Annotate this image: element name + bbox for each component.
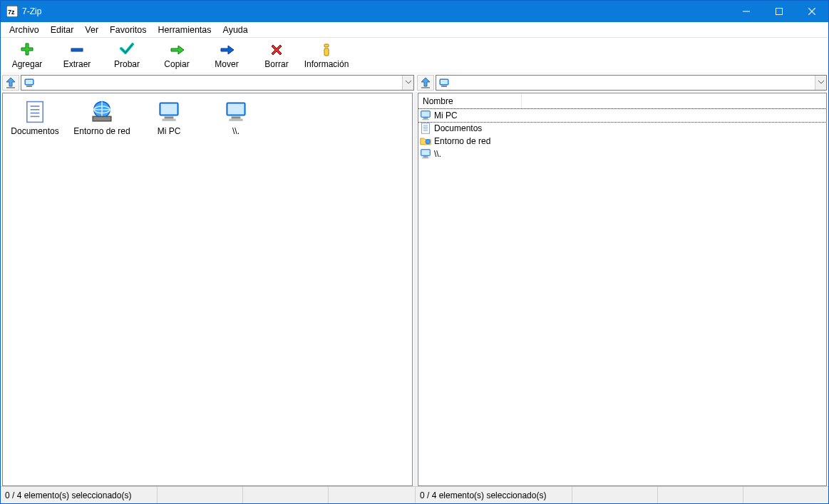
menu-herramientas[interactable]: Herramientas bbox=[153, 24, 217, 36]
menu-ver[interactable]: Ver bbox=[79, 24, 104, 36]
toolbar: Agregar Extraer Probar Copiar Mover Borr… bbox=[1, 38, 828, 73]
address-input-right[interactable] bbox=[452, 76, 815, 90]
computer-mini-icon bbox=[24, 78, 34, 88]
icon-item[interactable]: Entorno de red bbox=[71, 98, 133, 139]
svg-text:7z: 7z bbox=[8, 9, 15, 16]
document-icon bbox=[24, 101, 46, 123]
computer-mini-icon bbox=[439, 78, 449, 88]
address-combo-right[interactable] bbox=[436, 75, 827, 91]
app-window: 7z 7-Zip Archivo Editar Ver Favoritos He… bbox=[0, 0, 829, 504]
minus-icon bbox=[70, 42, 84, 58]
toolbar-move[interactable]: Mover bbox=[202, 41, 252, 71]
list-row[interactable]: Mi PC bbox=[418, 109, 826, 122]
toolbar-delete[interactable]: Borrar bbox=[252, 41, 302, 71]
title-bar[interactable]: 7z 7-Zip bbox=[1, 1, 828, 22]
status-right-text: 0 / 4 elemento(s) seleccionado(s) bbox=[416, 487, 572, 503]
menu-editar[interactable]: Editar bbox=[45, 24, 80, 36]
up-button-left[interactable] bbox=[2, 75, 19, 91]
toolbar-extract-label: Extraer bbox=[63, 59, 91, 69]
icon-item-label: \\. bbox=[232, 126, 240, 136]
toolbar-test-label: Probar bbox=[114, 59, 140, 69]
toolbar-add-label: Agregar bbox=[12, 59, 43, 69]
icon-item[interactable]: Documentos bbox=[4, 98, 66, 139]
computer-icon bbox=[420, 110, 431, 121]
network-folder-icon bbox=[420, 135, 431, 147]
menu-bar: Archivo Editar Ver Favoritos Herramienta… bbox=[1, 22, 828, 38]
icon-item[interactable]: \\. bbox=[205, 98, 267, 139]
menu-favoritos[interactable]: Favoritos bbox=[104, 24, 152, 36]
icon-item[interactable]: Mi PC bbox=[138, 98, 200, 139]
list-row-label: Mi PC bbox=[434, 110, 458, 120]
app-icon: 7z bbox=[6, 6, 18, 17]
list-row[interactable]: Documentos bbox=[418, 122, 826, 135]
menu-archivo[interactable]: Archivo bbox=[4, 24, 45, 36]
maximize-button[interactable] bbox=[763, 1, 795, 22]
status-left-text: 0 / 4 elemento(s) seleccionado(s) bbox=[1, 487, 158, 503]
toolbar-info[interactable]: Información bbox=[302, 41, 351, 71]
column-header-nombre[interactable]: Nombre bbox=[418, 93, 522, 108]
status-bar: 0 / 4 elemento(s) seleccionado(s) 0 / 4 … bbox=[1, 486, 828, 503]
address-pane-left bbox=[1, 73, 416, 92]
close-button[interactable] bbox=[795, 1, 828, 22]
main-area: DocumentosEntorno de redMi PC\\. Nombre … bbox=[1, 92, 828, 486]
toolbar-delete-label: Borrar bbox=[264, 59, 288, 69]
icon-item-label: Documentos bbox=[11, 126, 58, 136]
plus-icon bbox=[20, 42, 34, 58]
address-input-left[interactable] bbox=[37, 76, 402, 90]
list-row-label: \\. bbox=[434, 149, 441, 159]
window-title: 7-Zip bbox=[22, 6, 41, 16]
chevron-down-icon[interactable] bbox=[402, 76, 413, 90]
up-button-right[interactable] bbox=[417, 75, 434, 91]
toolbar-test[interactable]: Probar bbox=[102, 41, 152, 71]
cross-icon bbox=[269, 42, 284, 58]
computer-icon bbox=[420, 148, 431, 160]
chevron-down-icon[interactable] bbox=[815, 76, 826, 90]
toolbar-extract[interactable]: Extraer bbox=[52, 41, 102, 71]
menu-ayuda[interactable]: Ayuda bbox=[217, 24, 254, 36]
computer-icon bbox=[225, 101, 247, 123]
computer-icon bbox=[158, 101, 180, 123]
toolbar-add[interactable]: Agregar bbox=[2, 41, 52, 71]
info-icon bbox=[319, 42, 334, 58]
status-left: 0 / 4 elemento(s) seleccionado(s) bbox=[1, 487, 416, 503]
arrow-right-blue-icon bbox=[220, 42, 234, 58]
minimize-button[interactable] bbox=[730, 1, 763, 22]
check-icon bbox=[120, 42, 134, 58]
document-icon bbox=[420, 123, 431, 134]
list-row[interactable]: \\. bbox=[418, 148, 826, 160]
status-right: 0 / 4 elemento(s) seleccionado(s) bbox=[416, 487, 828, 503]
arrow-right-green-icon bbox=[170, 42, 184, 58]
pane-right[interactable]: Nombre Mi PCDocumentosEntorno de red\\. bbox=[418, 93, 827, 486]
icon-item-label: Entorno de red bbox=[73, 126, 130, 136]
svg-rect-23 bbox=[776, 9, 783, 15]
toolbar-copy-label: Copiar bbox=[164, 59, 189, 69]
address-row bbox=[1, 73, 828, 92]
list-row-label: Entorno de red bbox=[434, 136, 490, 146]
list-header: Nombre bbox=[418, 93, 826, 109]
pane-left[interactable]: DocumentosEntorno de redMi PC\\. bbox=[2, 93, 413, 486]
list-row-label: Documentos bbox=[434, 123, 482, 133]
list-row[interactable]: Entorno de red bbox=[418, 135, 826, 148]
toolbar-info-label: Información bbox=[304, 59, 349, 69]
toolbar-move-label: Mover bbox=[215, 59, 238, 69]
network-globe-icon bbox=[91, 101, 113, 123]
splitter[interactable] bbox=[413, 92, 417, 486]
icon-item-label: Mi PC bbox=[158, 126, 181, 136]
address-pane-right bbox=[416, 73, 828, 92]
address-combo-left[interactable] bbox=[21, 75, 414, 91]
toolbar-copy[interactable]: Copiar bbox=[152, 41, 202, 71]
